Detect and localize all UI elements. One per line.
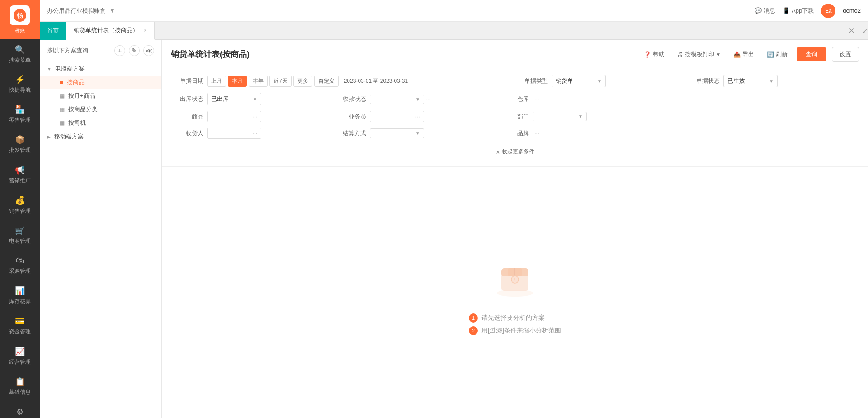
salesman-control: ··· <box>370 111 496 122</box>
print-button[interactable]: 🖨 按模板打印 ▼ <box>674 48 724 60</box>
query-button[interactable]: 查询 <box>797 48 826 61</box>
sales-report-tab-label: 销货单统计表（按商品） <box>74 26 138 34</box>
dept-label: 部门 <box>496 113 533 121</box>
content-area: 按以下方案查询 + ✎ ≪ ▼ 电脑端方案 <box>40 40 868 418</box>
receipt-status-control: ▼ ··· <box>370 95 496 104</box>
export-button[interactable]: 📤 导出 <box>730 48 758 60</box>
receiver-dots: ··· <box>252 130 257 137</box>
top-header: 办公用品行业模拟账套 ▼ 💬 消息 📱 App下载 Ea demo2 <box>40 0 868 22</box>
brand-dots[interactable]: ··· <box>534 130 539 137</box>
sidebar-item-marketing[interactable]: 📢 营销推广 <box>0 160 40 190</box>
tree-desktop-section[interactable]: ▼ 电脑端方案 <box>40 62 161 76</box>
sidebar-item-inventory[interactable]: 📊 库存核算 <box>0 280 40 311</box>
receipt-status-dots[interactable]: ··· <box>426 96 431 103</box>
goods-dots: ··· <box>252 113 257 120</box>
sidebar-item-wholesale[interactable]: 📦 批发管理 <box>0 129 40 160</box>
date-filter-control: 上月 本月 本年 近7天 更多 自定义 2023-03-01 至 2023-03… <box>207 76 515 87</box>
app-download-label: App下载 <box>792 7 814 15</box>
page-title-bar: 销货单统计表(按商品) ❓ 帮助 🖨 按模板打印 ▼ 📤 导出 <box>162 40 868 67</box>
date-btn-this-year[interactable]: 本年 <box>249 76 268 87</box>
filter-row-3: 商品 ··· 业务员 ··· 部门 <box>171 111 859 122</box>
help-icon: ❓ <box>644 51 651 58</box>
sidebar-item-finance-label: 资金管理 <box>9 328 31 336</box>
collapse-label: 收起更多条件 <box>502 148 534 156</box>
sidebar-nav-label: 快捷导航 <box>9 86 31 94</box>
tree-expand-arrow: ▼ <box>47 66 52 71</box>
doc-status-select[interactable]: 已生效 ▼ <box>723 75 778 87</box>
refresh-icon: 🔄 <box>767 51 774 58</box>
message-button[interactable]: 💬 消息 <box>755 7 775 15</box>
print-icon: 🖨 <box>677 51 683 58</box>
user-avatar[interactable]: Ea <box>821 4 835 18</box>
sidebar-item-basic-label: 基础信息 <box>9 389 31 396</box>
filter-area: 单据日期 上月 本月 本年 近7天 更多 自定义 2023-03-01 至 20… <box>162 67 868 167</box>
date-btn-this-month[interactable]: 本月 <box>228 76 247 87</box>
dept-select[interactable]: ▼ <box>533 112 587 121</box>
tab-close-icon[interactable]: × <box>144 27 147 33</box>
tab-sales-report[interactable]: 销货单统计表（按商品） × <box>66 22 155 40</box>
sidebar-item-finance[interactable]: 💳 资金管理 <box>0 311 40 341</box>
add-scheme-button[interactable]: + <box>114 45 125 56</box>
app-download-button[interactable]: 📱 App下载 <box>783 7 814 15</box>
payment-chevron: ▼ <box>415 131 420 136</box>
goods-select[interactable]: ··· <box>207 111 261 122</box>
sidebar-quick-nav[interactable]: ⚡ 快捷导航 <box>0 70 40 99</box>
doc-type-value: 销货单 <box>556 77 573 85</box>
goods-label: 商品 <box>171 113 207 121</box>
sidebar-item-operation[interactable]: 📈 经营管理 <box>0 341 40 371</box>
refresh-button[interactable]: 🔄 刷新 <box>763 48 791 60</box>
svg-text:!: ! <box>514 277 516 282</box>
date-btn-last-month[interactable]: 上月 <box>207 76 226 87</box>
sidebar-search[interactable]: 🔍 搜索菜单 <box>0 39 40 70</box>
tab-maximize-button[interactable]: ✕ <box>843 26 860 36</box>
collapse-button[interactable]: ∧ 收起更多条件 <box>492 144 538 159</box>
date-btn-more[interactable]: 更多 <box>293 76 312 87</box>
svg-text:畅: 畅 <box>17 12 23 19</box>
sidebar-item-marketing-label: 营销推广 <box>9 177 31 185</box>
sidebar-item-sales[interactable]: 💰 销售管理 <box>0 190 40 220</box>
doc-type-select[interactable]: 销货单 ▼ <box>552 75 606 87</box>
filter-row-2: 出库状态 已出库 ▼ 收款状态 ▼ ··· <box>171 93 859 105</box>
header-left: 办公用品行业模拟账套 ▼ <box>47 7 115 15</box>
tree-mobile-section[interactable]: ▶ 移动端方案 <box>40 130 161 143</box>
warehouse2-control: ··· <box>533 96 859 103</box>
left-panel-actions: + ✎ ≪ <box>114 45 154 56</box>
download-icon: 📱 <box>783 7 790 14</box>
collapse-panel-button[interactable]: ≪ <box>143 45 154 56</box>
payment-select[interactable]: ▼ <box>370 128 424 138</box>
app-logo[interactable]: 畅 标账 <box>0 0 40 39</box>
sidebar-item-purchase[interactable]: 🛍 采购管理 <box>0 251 40 280</box>
tree-item-by-month-goods[interactable]: ▦ 按月+商品 <box>40 89 161 103</box>
warehouse2-dots[interactable]: ··· <box>534 96 539 103</box>
receipt-status-label: 收款状态 <box>334 95 370 103</box>
message-icon: 💬 <box>755 7 762 14</box>
driver-icon: ▦ <box>60 120 65 126</box>
help-button[interactable]: ❓ 帮助 <box>640 48 668 60</box>
by-driver-label: 按司机 <box>68 119 86 127</box>
date-btn-7days[interactable]: 近7天 <box>269 76 292 87</box>
dropdown-chevron[interactable]: ▼ <box>109 7 115 14</box>
warehouse2-label: 仓库 <box>496 95 533 103</box>
receipt-status-select[interactable]: ▼ <box>370 95 424 104</box>
right-panel: 销货单统计表(按商品) ❓ 帮助 🖨 按模板打印 ▼ 📤 导出 <box>162 40 868 418</box>
edit-scheme-button[interactable]: ✎ <box>129 45 140 56</box>
warehouse-select[interactable]: 已出库 ▼ <box>207 93 261 105</box>
tree-item-by-driver[interactable]: ▦ 按司机 <box>40 116 161 130</box>
sidebar-item-basic[interactable]: 📋 基础信息 <box>0 371 40 402</box>
tip-2-num: 2 <box>469 326 478 335</box>
date-btn-custom[interactable]: 自定义 <box>314 76 339 87</box>
tab-expand-button[interactable]: ⤢ <box>862 26 868 35</box>
retail-icon: 🏪 <box>15 104 25 114</box>
tree-item-by-goods[interactable]: 按商品 <box>40 76 161 89</box>
settings-button[interactable]: 设置 <box>832 47 859 62</box>
sidebar-item-ecommerce[interactable]: 🛒 电商管理 <box>0 220 40 251</box>
active-dot <box>60 81 63 84</box>
receiver-select[interactable]: ··· <box>207 128 261 139</box>
salesman-select[interactable]: ··· <box>370 111 424 122</box>
sidebar-item-purchase-label: 采购管理 <box>9 267 31 275</box>
tree-item-by-category[interactable]: ▦ 按商品分类 <box>40 103 161 116</box>
tab-home[interactable]: 首页 <box>40 22 66 40</box>
sidebar-item-retail[interactable]: 🏪 零售管理 <box>0 99 40 129</box>
mobile-section-label: 移动端方案 <box>54 133 84 141</box>
sidebar-item-system[interactable]: ⚙ 系统管理 <box>0 402 40 418</box>
